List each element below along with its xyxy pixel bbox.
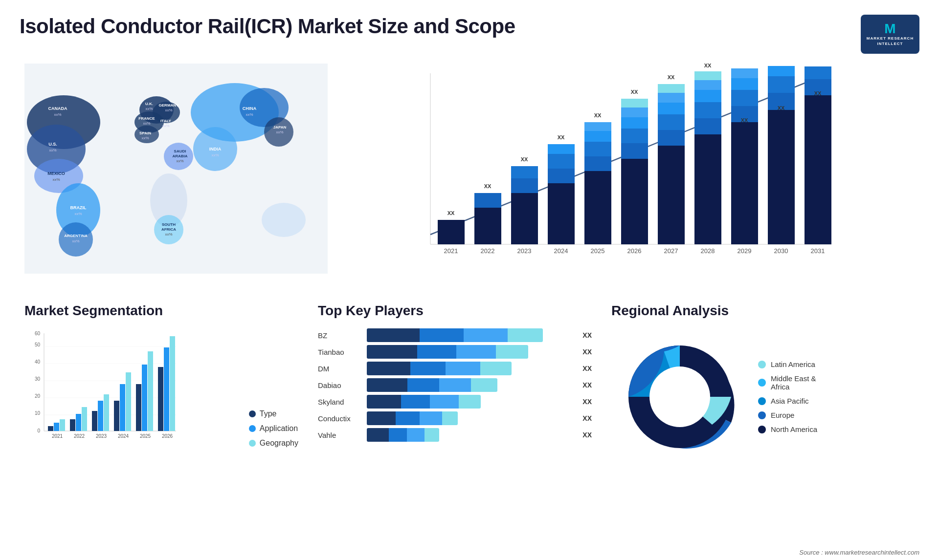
header: Isolated Conductor Rail(ICR) Market Size…: [0, 0, 939, 59]
svg-text:2022: 2022: [481, 247, 495, 255]
svg-rect-151: [158, 367, 163, 431]
svg-text:10: 10: [35, 410, 41, 416]
player-name-dm: DM: [318, 365, 362, 373]
logo-text: MARKET RESEARCH INTELLECT: [865, 36, 916, 46]
players-list: BZ XX Tianbao: [318, 328, 592, 442]
svg-text:XX: XX: [704, 64, 712, 68]
player-row: Tianbao XX: [318, 345, 592, 359]
svg-rect-141: [82, 407, 87, 431]
svg-text:2022: 2022: [74, 433, 85, 439]
legend-mea: Middle East &Africa: [758, 374, 817, 391]
svg-rect-64: [548, 169, 575, 183]
svg-text:2023: 2023: [96, 433, 107, 439]
key-players-title: Top Key Players: [318, 303, 592, 319]
player-val-vahle: XX: [582, 431, 592, 439]
svg-text:XX: XX: [814, 90, 822, 96]
player-val-skyland: XX: [582, 398, 592, 406]
mea-dot: [758, 379, 766, 387]
svg-text:AFRICA: AFRICA: [161, 227, 176, 232]
world-map-svg: CANADA xx% U.S. xx% MEXICO xx% BRAZIL xx…: [24, 64, 328, 274]
svg-text:60: 60: [35, 331, 41, 336]
player-row: Conductix XX: [318, 411, 592, 425]
svg-text:CANADA: CANADA: [48, 106, 67, 111]
seg-chart: 0 10 20 30 40 50 60: [24, 328, 239, 457]
svg-text:XX: XX: [778, 105, 785, 111]
player-name-dabiao: Dabiao: [318, 381, 362, 389]
svg-text:20: 20: [35, 393, 41, 399]
svg-text:ITALY: ITALY: [160, 119, 171, 123]
player-val-dabiao: XX: [582, 381, 592, 389]
svg-text:GERMANY: GERMANY: [159, 103, 179, 108]
application-dot: [249, 425, 256, 432]
asia-pacific-dot: [758, 397, 766, 405]
svg-text:XX: XX: [631, 89, 638, 95]
svg-text:2021: 2021: [444, 247, 458, 255]
svg-rect-149: [142, 365, 147, 431]
segmentation-title: Market Segmentation: [24, 303, 298, 319]
svg-text:2024: 2024: [554, 247, 568, 255]
svg-rect-104: [768, 66, 795, 76]
legend-north-america: North America: [758, 425, 817, 433]
player-name-vahle: Vahle: [318, 431, 362, 439]
growth-chart-svg: XX XX XX XX: [333, 64, 910, 274]
europe-label: Europe: [771, 411, 794, 419]
svg-rect-78: [621, 108, 648, 117]
svg-rect-84: [658, 103, 685, 114]
svg-rect-92: [694, 80, 721, 90]
player-row: Skyland XX: [318, 395, 592, 409]
player-bar-dm: [367, 362, 574, 375]
svg-rect-85: [658, 93, 685, 103]
svg-text:INDIA: INDIA: [209, 147, 222, 151]
bottom-grid: Market Segmentation 0 10 20 30 40 50: [20, 293, 919, 560]
svg-rect-89: [694, 118, 721, 134]
legend-application: Application: [249, 424, 298, 433]
svg-rect-153: [170, 336, 175, 431]
svg-text:xx%: xx%: [52, 177, 60, 182]
svg-rect-148: [136, 384, 141, 431]
player-row: DM XX: [318, 362, 592, 375]
source-text: Source : www.marketresearchintellect.com: [799, 549, 919, 556]
svg-rect-57: [474, 193, 501, 208]
svg-text:2026: 2026: [627, 247, 642, 255]
map-section: CANADA xx% U.S. xx% MEXICO xx% BRAZIL xx…: [20, 59, 323, 293]
key-players-section: Top Key Players BZ XX Tianba: [313, 298, 597, 560]
player-row: Vahle XX: [318, 428, 592, 442]
svg-text:xx%: xx%: [176, 159, 183, 163]
application-label: Application: [260, 424, 298, 433]
svg-text:ARABIA: ARABIA: [172, 154, 187, 158]
player-val-dm: XX: [582, 365, 592, 372]
svg-rect-71: [584, 131, 611, 142]
svg-text:2024: 2024: [118, 433, 129, 439]
legend-type: Type: [249, 409, 298, 418]
svg-point-161: [649, 366, 710, 427]
svg-rect-83: [658, 114, 685, 130]
player-row: Dabiao XX: [318, 378, 592, 392]
player-bar-bz: [367, 328, 574, 342]
svg-rect-82: [658, 130, 685, 146]
svg-text:U.S.: U.S.: [48, 142, 57, 147]
svg-text:XX: XX: [484, 183, 492, 189]
svg-rect-76: [621, 129, 648, 143]
type-dot: [249, 410, 256, 417]
svg-rect-95: [731, 122, 758, 244]
svg-rect-147: [126, 372, 131, 431]
donut-svg: [611, 328, 748, 465]
svg-text:xx%: xx%: [54, 112, 61, 117]
legend-latin-america: Latin America: [758, 360, 817, 368]
bar-chart-container: XX XX XX XX: [333, 64, 910, 274]
svg-rect-56: [474, 208, 501, 244]
svg-point-17: [262, 203, 306, 237]
svg-rect-138: [60, 419, 65, 431]
svg-text:xx%: xx%: [246, 112, 253, 117]
svg-rect-60: [511, 178, 538, 193]
svg-rect-103: [768, 76, 795, 93]
svg-text:xx%: xx%: [141, 136, 149, 140]
svg-text:XX: XX: [668, 74, 675, 80]
svg-text:SOUTH: SOUTH: [162, 222, 176, 227]
svg-text:ARGENTINA: ARGENTINA: [64, 234, 88, 238]
svg-rect-105: [805, 95, 831, 244]
svg-text:50: 50: [35, 342, 41, 347]
svg-rect-101: [768, 110, 795, 244]
svg-text:JAPAN: JAPAN: [273, 125, 287, 129]
main-grid: CANADA xx% U.S. xx% MEXICO xx% BRAZIL xx…: [0, 59, 939, 560]
